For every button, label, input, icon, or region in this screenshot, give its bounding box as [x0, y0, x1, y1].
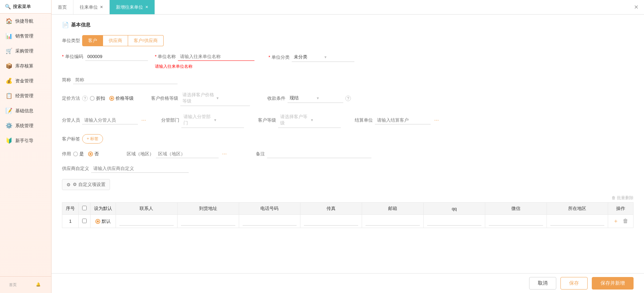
- settlement-input[interactable]: [375, 116, 431, 124]
- tab-new-partner-close[interactable]: ✕: [145, 5, 148, 9]
- settlement-field: 结算单位 ···: [355, 116, 440, 124]
- box-icon: 📦: [6, 63, 13, 69]
- customer-tag-field: 客户标签 + 标签: [62, 134, 103, 144]
- row-fax-input[interactable]: [304, 217, 358, 226]
- row-wechat-input[interactable]: [489, 217, 543, 226]
- sidebar-footer-bell[interactable]: 🔔: [26, 279, 52, 290]
- unit-code-label: 单位编码: [62, 54, 83, 60]
- select-all-checkbox[interactable]: [82, 206, 87, 210]
- type-btn-supplier[interactable]: 供应商: [103, 35, 128, 46]
- manager-field: 分管人员 ···: [62, 116, 147, 124]
- sidebar-item-guide[interactable]: 🔰 新手引导: [0, 133, 51, 148]
- manager-input[interactable]: [82, 116, 138, 124]
- sidebar-item-quick-nav[interactable]: 🏠 快捷导航: [0, 14, 51, 29]
- sidebar-item-operations[interactable]: 📋 经营管理: [0, 88, 51, 103]
- sidebar-label-purchase: 采购管理: [15, 48, 33, 54]
- pricing-discount[interactable]: 折扣: [90, 95, 105, 101]
- settlement-label: 结算单位: [355, 117, 373, 123]
- pricing-row: 定价方法 ? 折扣 价格等级 客户价格等级 请选择客户价格等级: [62, 90, 634, 106]
- row-address-cell[interactable]: [177, 215, 239, 228]
- tab-home[interactable]: 首页: [52, 0, 73, 14]
- tab-partners-close[interactable]: ✕: [100, 5, 103, 9]
- row-qq-cell[interactable]: [423, 215, 485, 228]
- unit-code-input[interactable]: [85, 52, 148, 61]
- bottom-bar: 取消 保存 保存并新增: [52, 273, 644, 293]
- row-delete-button[interactable]: 🗑: [621, 217, 630, 225]
- row-qq-input[interactable]: [427, 217, 481, 226]
- disabled-no[interactable]: 否: [88, 151, 99, 157]
- type-btn-both[interactable]: 客户/供应商: [128, 35, 164, 46]
- tab-partners[interactable]: 往来单位 ✕: [73, 0, 110, 14]
- row-contact-input[interactable]: [119, 217, 174, 226]
- sidebar-item-system[interactable]: ⚙️ 系统管理: [0, 118, 51, 133]
- region-field: 区域（地区） ···: [127, 150, 228, 158]
- type-btn-customer[interactable]: 客户: [82, 35, 103, 46]
- close-all-tabs[interactable]: ✕: [628, 0, 644, 14]
- pricing-help-icon[interactable]: ?: [82, 96, 88, 101]
- save-new-button[interactable]: 保存并新增: [592, 277, 634, 290]
- row-default-cell[interactable]: 默认: [91, 215, 116, 228]
- customer-price-label: 客户价格等级: [151, 95, 178, 101]
- abbr-field: 简称: [62, 76, 178, 84]
- region-label: 区域（地区）: [127, 151, 154, 157]
- pricing-level[interactable]: 价格等级: [109, 95, 134, 101]
- remarks-label: 备注: [256, 151, 265, 157]
- region-more-icon[interactable]: ···: [221, 151, 228, 157]
- row-region-input[interactable]: [550, 217, 605, 226]
- row-checkbox[interactable]: [82, 219, 87, 223]
- row-email-input[interactable]: [366, 217, 420, 226]
- tab-new-partner[interactable]: 新增往来单位 ✕: [110, 0, 155, 14]
- sidebar-item-purchase[interactable]: 🛒 采购管理: [0, 43, 51, 58]
- cancel-button[interactable]: 取消: [529, 277, 556, 290]
- clipboard-icon: 📋: [6, 92, 13, 99]
- table-header-row: 序号 设为默认 联系人 到货地址 电话号码 传真 邮箱 qq 微信 所在地区 操…: [62, 203, 634, 215]
- row-phone-cell[interactable]: [239, 215, 300, 228]
- row-contact-cell[interactable]: [116, 215, 178, 228]
- row-wechat-cell[interactable]: [485, 215, 547, 228]
- row-phone-input[interactable]: [243, 217, 297, 226]
- sidebar-item-sales[interactable]: 📊 销售管理: [0, 29, 51, 43]
- batch-delete-btn[interactable]: 🗑 批量删除: [62, 195, 634, 201]
- sidebar-footer-home[interactable]: 首页: [0, 279, 26, 290]
- add-tag-button[interactable]: + 标签: [82, 134, 103, 144]
- abbr-input[interactable]: [73, 76, 178, 84]
- sidebar-item-inventory[interactable]: 📦 库存核算: [0, 58, 51, 73]
- search-menu[interactable]: 🔍 搜索菜单: [0, 0, 51, 14]
- payment-help-icon[interactable]: ?: [345, 96, 351, 101]
- save-button[interactable]: 保存: [560, 277, 588, 290]
- discount-radio: [90, 96, 95, 101]
- custom-settings-button[interactable]: ⚙ ⚙ 自定义项设置: [62, 179, 110, 190]
- row-address-input[interactable]: [181, 217, 235, 226]
- pricing-radio-group: 折扣 价格等级: [90, 95, 134, 101]
- unit-code-field: 单位编码: [62, 52, 148, 61]
- customer-price-select[interactable]: 请选择客户价格等级 ▼: [180, 90, 250, 106]
- disabled-no-radio: [88, 152, 93, 156]
- department-caret-icon: ▼: [213, 118, 242, 122]
- col-phone: 电话号码: [239, 203, 300, 215]
- sidebar-item-finance[interactable]: 💰 资金管理: [0, 73, 51, 88]
- department-select[interactable]: 请输入分管部门 ▼: [181, 112, 244, 128]
- row-checkbox-cell[interactable]: [79, 215, 91, 228]
- customer-level-label: 客户等级: [258, 117, 276, 123]
- row-email-cell[interactable]: [362, 215, 424, 228]
- row-default-radio-item[interactable]: 默认: [95, 218, 111, 225]
- customer-level-select[interactable]: 请选择客户等级 ▼: [278, 112, 341, 128]
- col-fax: 传真: [300, 203, 362, 215]
- form-content: 📄 基本信息 单位类型 客户 供应商 客户/供应商 单位编码 单位名: [52, 15, 644, 293]
- customer-level-placeholder: 请选择客户等级: [280, 114, 309, 126]
- payment-terms-select[interactable]: 现结 ▼: [288, 93, 343, 103]
- cart-icon: 🛒: [6, 48, 13, 54]
- settlement-more-icon[interactable]: ···: [433, 117, 440, 123]
- manager-more-icon[interactable]: ···: [140, 117, 147, 123]
- supplier-custom-input[interactable]: [91, 164, 189, 173]
- remarks-field: 备注: [256, 150, 371, 158]
- row-region-cell[interactable]: [547, 215, 608, 228]
- unit-category-select[interactable]: 未分类 ▼: [292, 52, 354, 62]
- disabled-yes[interactable]: 是: [73, 151, 84, 157]
- region-input[interactable]: [156, 150, 219, 158]
- sidebar-item-basic-info[interactable]: 📝 基础信息: [0, 103, 51, 118]
- row-fax-cell[interactable]: [300, 215, 362, 228]
- unit-name-input[interactable]: [178, 52, 254, 61]
- row-add-button[interactable]: ＋: [612, 217, 620, 226]
- remarks-input[interactable]: [267, 150, 371, 158]
